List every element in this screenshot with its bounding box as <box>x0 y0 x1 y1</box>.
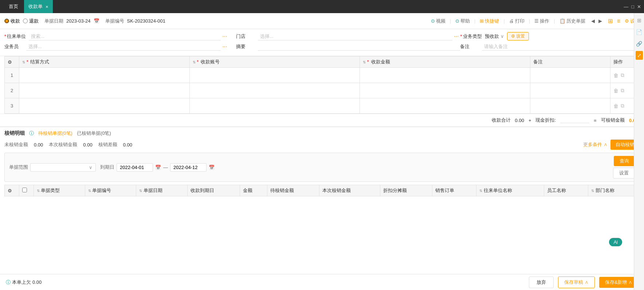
hexiao-info-icon[interactable]: ⓘ <box>29 130 34 137</box>
copy-row-3-button[interactable]: ⧉ <box>621 103 624 109</box>
biztype-dropdown-arrow[interactable]: ∨ <box>500 34 504 39</box>
window-minimize-button[interactable]: — <box>624 4 628 9</box>
form-section: * 往来单位 ··· 门店 ··· * 业务类型 预收款 ∨ ⚙ 设置 <box>0 29 644 56</box>
sidebar-table-icon[interactable]: ⊞ <box>636 16 643 25</box>
account-cell-1[interactable] <box>189 68 360 83</box>
settlement-method-cell-2[interactable] <box>19 83 190 98</box>
discount-input[interactable] <box>560 117 589 123</box>
copy-row-2-button[interactable]: ⧉ <box>621 87 624 94</box>
date-to-input[interactable] <box>170 163 207 172</box>
staff-input[interactable] <box>26 43 221 51</box>
radio-refund[interactable]: 退款 <box>23 18 39 24</box>
settings-col-header[interactable]: ⚙ <box>5 56 19 68</box>
window-maximize-button[interactable]: □ <box>631 4 634 9</box>
settlement-method-cell-3[interactable] <box>19 98 190 114</box>
delete-row-3-button[interactable]: 🗑 <box>613 103 619 109</box>
save-new-button[interactable]: 保存&新增 ∧ <box>599 277 638 288</box>
doc-date-label: 单据日期 <box>44 18 63 24</box>
bottom-info-icon: ⓘ <box>6 279 11 286</box>
row-num-2: 2 <box>5 83 19 98</box>
equals-label: = <box>594 118 597 123</box>
copy-row-1-button[interactable]: ⧉ <box>621 72 624 78</box>
shortcut-button[interactable]: ⊞ 快捷键 <box>480 18 499 24</box>
window-controls: — □ ✕ <box>624 4 641 9</box>
more-conditions-button[interactable]: 更多条件 ∧ <box>583 141 608 148</box>
staff-ellipsis-button[interactable]: ··· <box>221 43 228 50</box>
counterparty-ellipsis-button[interactable]: ··· <box>221 33 228 40</box>
home-tab[interactable]: 首页 <box>3 0 24 13</box>
store-ellipsis-button[interactable]: ··· <box>452 33 460 40</box>
window-close-button[interactable]: ✕ <box>637 4 641 9</box>
filter-settings-button[interactable]: 设置 <box>613 168 635 179</box>
action-button[interactable]: ☰ 操作 <box>534 18 549 24</box>
list-view-icon[interactable]: ≡ <box>617 18 620 24</box>
amount-col-header: ⇅ * 收款金额 <box>360 56 530 68</box>
settlement-method-cell-1[interactable] <box>19 68 190 83</box>
date-from-input[interactable] <box>117 163 153 172</box>
remark-cell-3[interactable] <box>530 98 610 114</box>
radio-receipt[interactable]: 收款 <box>4 18 20 24</box>
account-cell-2[interactable] <box>189 83 360 98</box>
account-cell-3[interactable] <box>189 98 360 114</box>
video-icon: ⊙ <box>431 18 435 24</box>
main-content: 收款 退款 单据日期 2023-03-24 📅 单据编号 SK-20230324… <box>0 13 644 290</box>
sidebar-expand-icon[interactable]: ⤢ <box>636 51 643 60</box>
grid-view-icon[interactable]: ⊞ <box>608 17 613 24</box>
nav-next-button[interactable]: ▶ <box>597 17 604 24</box>
date-to-calendar-icon[interactable]: 📅 <box>209 165 215 170</box>
date-from-calendar-icon[interactable]: 📅 <box>155 165 161 170</box>
active-tab-label: 收款单 <box>28 3 43 10</box>
tab-close-button[interactable]: × <box>46 4 48 9</box>
hexiao-stats-row: 未核销金额 0.00 本次核销金额 0.00 核销差额 0.00 更多条件 ∧ … <box>4 140 640 150</box>
store-input[interactable] <box>258 32 452 40</box>
biztype-settings-button[interactable]: ⚙ 设置 <box>507 32 529 40</box>
print-button[interactable]: 🖨 打印 <box>509 18 525 24</box>
doc-num-col: ⇅ 单据编号 <box>85 185 136 196</box>
bottom-table-settings-col[interactable]: ⚙ <box>5 185 19 196</box>
select-all-checkbox[interactable] <box>22 188 27 192</box>
delete-row-2-button[interactable]: 🗑 <box>613 88 619 94</box>
sidebar-link-icon[interactable]: 🔗 <box>635 39 644 48</box>
staff-label: 业务员 <box>4 43 26 50</box>
doc-num-info: 单据编号 SK-20230324-001 <box>105 18 166 24</box>
radio-receipt-input[interactable] <box>4 19 9 23</box>
active-tab[interactable]: 收款单 × <box>24 0 53 13</box>
bottom-table-gear-icon[interactable]: ⚙ <box>8 188 12 193</box>
remark-label: 备注 <box>460 43 482 50</box>
separator-3: | <box>503 18 504 24</box>
doc-date-value: 2023-03-24 <box>66 18 91 24</box>
sort-icon-2: ⇅ <box>193 60 196 64</box>
range-select[interactable]: ∨ <box>30 163 96 172</box>
counterparty-input[interactable] <box>29 32 221 40</box>
table-settings-gear-icon[interactable]: ⚙ <box>8 59 12 65</box>
remark-cell-2[interactable] <box>530 83 610 98</box>
print-icon: 🖨 <box>509 18 514 24</box>
duedate-filter-field: 到期日 📅 — 📅 <box>100 163 215 172</box>
ai-badge[interactable]: Ai <box>609 238 622 246</box>
hexiao-tab-cleared[interactable]: 已核销单据(0笔) <box>77 130 111 137</box>
delete-row-1-button[interactable]: 🗑 <box>613 72 619 78</box>
summary-input[interactable] <box>258 43 460 51</box>
amount-cell-1[interactable] <box>360 68 530 83</box>
help-button[interactable]: ⊙ 帮助 <box>455 18 470 24</box>
calendar-icon[interactable]: 📅 <box>94 18 99 24</box>
save-draft-button[interactable]: 保存草稿 ∧ <box>558 277 595 288</box>
remark-input[interactable] <box>482 43 640 51</box>
diff-value: 0.00 <box>123 142 132 148</box>
query-button[interactable]: 查询 <box>614 156 635 166</box>
amount-cell-2[interactable] <box>360 83 530 98</box>
sidebar-file-icon[interactable]: 📄 <box>635 28 644 36</box>
remark-cell-1[interactable] <box>530 68 610 83</box>
sort-icon-docnum: ⇅ <box>88 189 91 193</box>
sort-icon-dept: ⇅ <box>591 189 594 193</box>
hexiao-tab-pending[interactable]: 待核销单据(0笔) <box>38 130 72 137</box>
radio-refund-input[interactable] <box>23 19 28 23</box>
nav-prev-button[interactable]: ◀ <box>590 17 596 24</box>
video-button[interactable]: ⊙ 视频 <box>431 18 445 24</box>
history-button[interactable]: 📋 历史单据 <box>559 18 585 24</box>
form-row-1: * 往来单位 ··· 门店 ··· * 业务类型 预收款 ∨ ⚙ 设置 <box>4 32 640 40</box>
abandon-button[interactable]: 放弃 <box>529 277 554 288</box>
amount-cell-3[interactable] <box>360 98 530 114</box>
current-hexiao-value: 0.00 <box>83 142 92 148</box>
this-order-label: 本单上欠 <box>12 279 31 286</box>
